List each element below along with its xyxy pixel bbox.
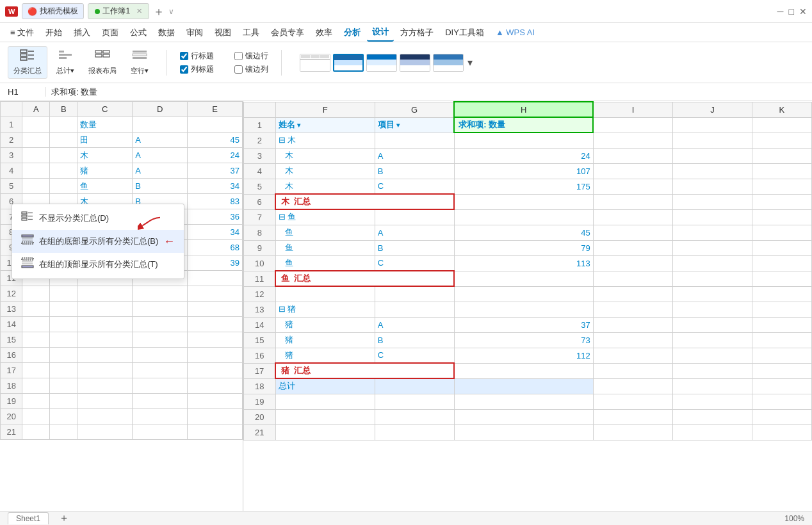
cell[interactable] [375,394,454,409]
cell[interactable] [593,378,672,394]
pivot-cell-project[interactable]: A [375,317,454,332]
cell[interactable] [593,332,672,348]
cell[interactable] [752,424,811,440]
pivot-subtotal-label[interactable]: 鱼 汇总 [275,271,454,286]
cell[interactable]: A [133,133,188,148]
cell[interactable] [593,133,672,148]
sheet-tab[interactable]: Sheet1 [8,512,49,524]
pivot-total-label[interactable]: 总计 [275,378,375,394]
menu-hamburger[interactable]: ≡ 文件 [5,24,39,41]
cell[interactable] [752,394,811,409]
menu-design[interactable]: 设计 [367,24,394,42]
menu-start[interactable]: 开始 [40,24,67,41]
cell[interactable] [454,363,593,378]
pivot-col-j[interactable]: J [672,102,752,117]
cell[interactable] [133,317,188,332]
cell[interactable] [672,163,752,179]
add-tab-btn[interactable]: ＋ [153,4,165,19]
cell[interactable] [375,209,454,225]
cell[interactable] [752,163,811,179]
cell[interactable] [188,424,243,440]
cell[interactable] [672,286,752,302]
cell[interactable] [454,378,593,394]
cell[interactable] [454,209,593,225]
cell[interactable]: 68 [188,240,243,255]
cell[interactable]: 36 [188,209,243,225]
classify-summary-btn[interactable]: 分类汇总 [8,46,47,79]
cell[interactable] [77,302,133,317]
cell[interactable] [50,117,77,133]
cell[interactable] [752,286,811,302]
cell[interactable] [77,286,133,302]
cell[interactable] [22,378,50,394]
col-header-c[interactable]: C [77,102,133,117]
cell[interactable] [454,271,593,286]
report-layout-btn[interactable]: 报表布局 [83,47,122,78]
pivot-cell-name[interactable]: 鱼 [275,225,375,240]
pivot-cell-name[interactable]: 木 [275,163,375,179]
menu-page[interactable]: 页面 [97,24,124,41]
cell[interactable] [275,394,375,409]
dropdown-top-subtotal[interactable]: 在组的顶部显示所有分类汇总(T) [12,253,184,276]
cell[interactable] [50,332,77,348]
cell[interactable] [752,332,811,348]
col-header-a[interactable]: A [22,102,50,117]
pivot-cell-name[interactable]: 猪 [275,332,375,348]
cell[interactable]: 39 [188,255,243,271]
cell[interactable] [752,378,811,394]
pivot-col-h[interactable]: H [454,102,593,117]
cell[interactable] [50,348,77,363]
pivot-col-g[interactable]: G [375,102,454,117]
pivot-group-expand[interactable]: ⊟ 猪 [275,302,375,317]
pivot-cell-name[interactable]: 猪 [275,317,375,332]
cell[interactable] [22,394,50,409]
cell[interactable] [752,240,811,255]
style-swatch-5[interactable] [433,54,464,72]
cell[interactable] [133,409,188,424]
cell[interactable] [133,332,188,348]
find-template-btn[interactable]: 🔴 找稻壳模板 [22,3,84,19]
cell[interactable] [752,317,811,332]
cell[interactable] [593,225,672,240]
total-btn[interactable]: 总计▾ [51,47,79,78]
cell[interactable] [375,286,454,302]
pivot-cell-project[interactable]: B [375,163,454,179]
pivot-col-k[interactable]: K [752,102,811,117]
cell[interactable] [672,317,752,332]
cell[interactable] [593,302,672,317]
pivot-cell-value[interactable]: 107 [454,163,593,179]
cell[interactable]: 37 [188,163,243,179]
cell[interactable] [188,394,243,409]
add-sheet-btn[interactable]: ＋ [59,512,69,525]
more-tabs-btn[interactable]: ∨ [168,7,174,16]
menu-review[interactable]: 审阅 [181,24,208,41]
pivot-cell-name[interactable]: 鱼 [275,255,375,271]
cell[interactable] [593,255,672,271]
cell[interactable] [22,317,50,332]
cell[interactable] [593,117,672,133]
cell[interactable] [672,117,752,133]
cell[interactable] [50,378,77,394]
cell[interactable] [22,332,50,348]
cell[interactable] [133,348,188,363]
pivot-cell-project[interactable]: C [375,179,454,194]
pivot-cell-project[interactable]: C [375,348,454,363]
banded-col-checkbox[interactable] [234,65,243,74]
minimize-btn[interactable]: ─ [777,6,784,17]
cell[interactable] [672,378,752,394]
col-header-b[interactable]: B [50,102,77,117]
menu-tools[interactable]: 工具 [238,24,264,41]
workbook-tab[interactable]: 工作簿1 ✕ [88,3,149,19]
cell[interactable] [672,225,752,240]
style-swatch-4[interactable] [400,54,430,72]
cell[interactable] [672,424,752,440]
cell[interactable] [77,378,133,394]
pivot-col-i[interactable]: I [593,102,672,117]
cell[interactable] [275,409,375,424]
cell[interactable] [593,394,672,409]
cell[interactable] [77,348,133,363]
menu-vip[interactable]: 会员专享 [266,24,309,41]
pivot-cell-value[interactable]: 175 [454,179,593,194]
cell[interactable] [188,317,243,332]
cell[interactable] [22,133,50,148]
